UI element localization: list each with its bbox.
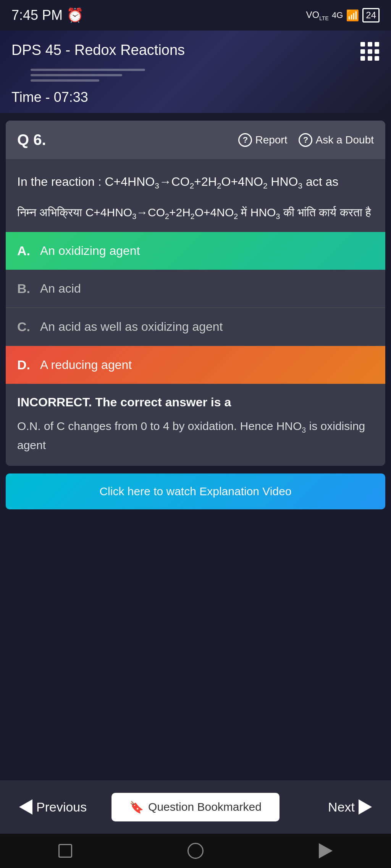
explanation-section: INCORRECT. The correct answer is a O.N. …	[6, 384, 385, 466]
question-body: In the reaction : C+4HNO3→CO2+2H2O+4NO2 …	[6, 159, 385, 232]
option-c[interactable]: C. An acid as well as oxidizing agent	[6, 308, 385, 346]
previous-button[interactable]: Previous	[8, 792, 107, 822]
header: DPS 45 - Redox Reactions Time - 07:33	[0, 31, 391, 113]
option-b-label: B.	[17, 281, 32, 296]
status-time: 7:45 PM ⏰	[11, 7, 84, 23]
triangle-icon	[319, 843, 333, 858]
bookmark-label: Question Bookmarked	[148, 800, 262, 813]
status-bar: 7:45 PM ⏰ VOLTE 4G 📶 24	[0, 0, 391, 31]
grid-menu-icon[interactable]	[360, 42, 380, 61]
option-a[interactable]: A. An oxidizing agent	[6, 232, 385, 270]
progress-lines	[31, 69, 380, 82]
signal-bars-icon: 📶	[346, 9, 359, 22]
question-actions: ? Report ? Ask a Doubt	[238, 133, 374, 147]
signal-4g-icon: 4G	[332, 10, 343, 20]
previous-arrow-icon	[19, 799, 32, 815]
bookmark-button[interactable]: 🔖 Question Bookmarked	[111, 793, 280, 821]
video-button-label: Click here to watch Explanation Video	[99, 485, 291, 498]
question-text-hindi: निम्न अभिक्रिया C+4HNO3→CO2+2H2O+4NO2 मे…	[17, 203, 374, 222]
previous-label: Previous	[36, 800, 87, 815]
header-title: DPS 45 - Redox Reactions	[11, 42, 185, 58]
spacer	[0, 517, 391, 651]
header-top: DPS 45 - Redox Reactions	[11, 42, 380, 61]
back-button[interactable]	[316, 841, 335, 860]
status-icons: VOLTE 4G 📶 24	[306, 8, 380, 23]
option-d-text: A reducing agent	[40, 358, 132, 372]
option-a-label: A.	[17, 243, 32, 258]
report-button[interactable]: ? Report	[238, 133, 287, 147]
ask-doubt-label: Ask a Doubt	[315, 134, 374, 146]
title-text: DPS 45 - Redox Reactions	[11, 42, 185, 58]
question-number: Q 6.	[17, 131, 46, 148]
option-a-text: An oxidizing agent	[40, 244, 140, 258]
battery-icon: 24	[362, 8, 380, 23]
option-d[interactable]: D. A reducing agent	[6, 346, 385, 384]
option-b-text: An acid	[40, 282, 81, 296]
ask-doubt-button[interactable]: ? Ask a Doubt	[299, 133, 374, 147]
question-header: Q 6. ? Report ? Ask a Doubt	[6, 121, 385, 159]
option-c-label: C.	[17, 319, 32, 334]
report-icon: ?	[238, 133, 252, 147]
next-button[interactable]: Next	[284, 792, 383, 822]
bookmark-icon: 🔖	[129, 800, 144, 814]
battery-level: 24	[366, 10, 376, 20]
network-icon: VOLTE	[306, 10, 329, 21]
next-arrow-icon	[359, 799, 372, 815]
option-d-label: D.	[17, 358, 32, 372]
explanation-title: INCORRECT. The correct answer is a	[17, 395, 374, 409]
square-icon	[58, 844, 72, 858]
ask-doubt-icon: ?	[299, 133, 312, 147]
question-text-english: In the reaction : C+4HNO3→CO2+2H2O+4NO2 …	[17, 172, 374, 192]
recent-apps-button[interactable]	[56, 841, 75, 860]
option-c-text: An acid as well as oxidizing agent	[40, 320, 223, 334]
bottom-navigation: Previous 🔖 Question Bookmarked Next	[0, 780, 391, 834]
report-label: Report	[255, 134, 287, 146]
question-card: Q 6. ? Report ? Ask a Doubt In the react…	[6, 121, 385, 466]
circle-icon	[187, 843, 204, 859]
explanation-text: O.N. of C changes from 0 to 4 by oxidati…	[17, 417, 374, 454]
alarm-icon: ⏰	[66, 7, 84, 23]
home-button[interactable]	[186, 841, 205, 860]
next-label: Next	[328, 800, 355, 815]
system-nav-bar	[0, 834, 391, 868]
watch-video-button[interactable]: Click here to watch Explanation Video	[6, 473, 385, 509]
option-b[interactable]: B. An acid	[6, 270, 385, 308]
timer-display: Time - 07:33	[11, 89, 380, 105]
time-display: 7:45 PM	[11, 7, 63, 23]
